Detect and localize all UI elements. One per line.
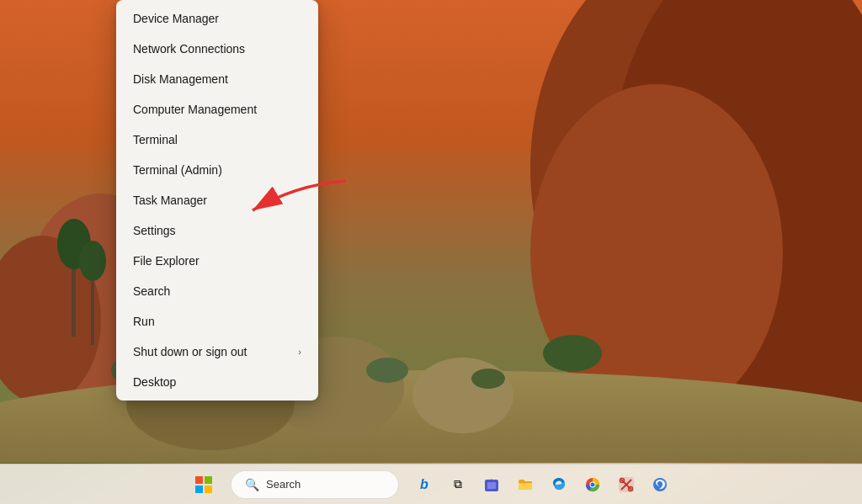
edge-logo-icon bbox=[551, 476, 567, 493]
svg-rect-25 bbox=[487, 482, 496, 489]
context-menu: Device Manager Network Connections Disk … bbox=[116, 0, 318, 401]
menu-item-terminal[interactable]: Terminal bbox=[116, 125, 318, 155]
taskbar-search-label: Search bbox=[266, 478, 301, 491]
bing-taskbar-icon[interactable]: b bbox=[409, 470, 439, 500]
taskbar-search[interactable]: 🔍 Search bbox=[231, 470, 399, 499]
edge-dev-logo-icon bbox=[652, 476, 668, 493]
menu-item-computer-management[interactable]: Computer Management bbox=[116, 94, 318, 125]
chevron-right-icon: › bbox=[298, 347, 301, 357]
menu-item-settings[interactable]: Settings bbox=[116, 215, 318, 246]
svg-point-26 bbox=[490, 479, 493, 482]
menu-item-terminal-admin[interactable]: Terminal (Admin) bbox=[116, 155, 318, 185]
taskbar: 🔍 Search b ⧉ bbox=[0, 464, 862, 504]
chrome-logo-icon bbox=[584, 476, 601, 493]
chrome-icon[interactable] bbox=[577, 470, 608, 500]
search-icon: 🔍 bbox=[245, 478, 259, 491]
menu-item-device-manager[interactable]: Device Manager bbox=[116, 3, 318, 34]
menu-item-search[interactable]: Search bbox=[116, 276, 318, 306]
menu-item-desktop[interactable]: Desktop bbox=[116, 367, 318, 397]
folder-icon bbox=[517, 476, 534, 493]
svg-point-29 bbox=[591, 482, 595, 486]
menu-item-file-explorer[interactable]: File Explorer bbox=[116, 246, 318, 276]
windows-logo-icon bbox=[195, 476, 212, 493]
menu-item-run[interactable]: Run bbox=[116, 306, 318, 337]
edge-dev-icon[interactable] bbox=[645, 470, 675, 500]
teams-icon[interactable] bbox=[476, 470, 507, 500]
task-view-icon[interactable]: ⧉ bbox=[443, 470, 473, 500]
menu-item-disk-management[interactable]: Disk Management bbox=[116, 64, 318, 94]
menu-item-network-connections[interactable]: Network Connections bbox=[116, 34, 318, 64]
edge-icon[interactable] bbox=[544, 470, 574, 500]
file-explorer-icon[interactable] bbox=[510, 470, 540, 500]
svg-rect-20 bbox=[195, 476, 203, 484]
teams-logo-icon bbox=[483, 476, 500, 493]
start-button[interactable] bbox=[187, 468, 221, 501]
svg-rect-22 bbox=[195, 485, 203, 493]
snip-tool-icon[interactable] bbox=[611, 470, 641, 500]
svg-rect-23 bbox=[205, 485, 212, 493]
menu-item-shut-down[interactable]: Shut down or sign out › bbox=[116, 337, 318, 367]
menu-item-task-manager[interactable]: Task Manager bbox=[116, 185, 318, 215]
svg-rect-21 bbox=[205, 476, 212, 484]
scissors-icon bbox=[618, 476, 635, 493]
